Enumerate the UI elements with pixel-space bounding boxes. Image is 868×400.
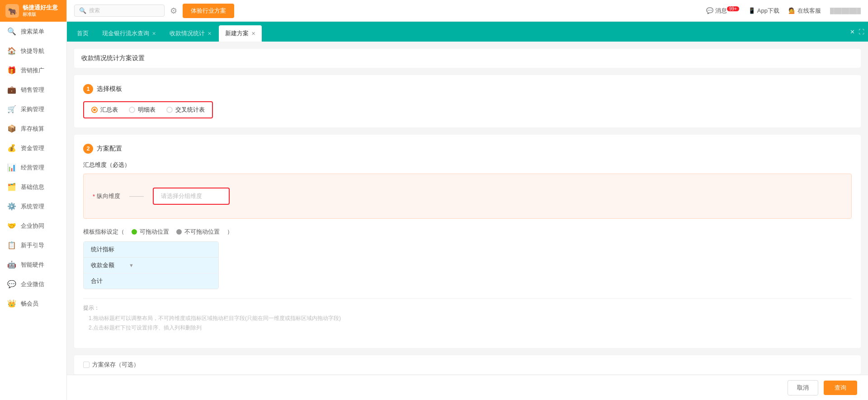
industry-btn[interactable]: 体验行业方案 xyxy=(183,4,234,18)
tab-new-plan-label: 新建方案 xyxy=(225,29,249,38)
sidebar-item-basic[interactable]: 🗂️ 基础信息 xyxy=(0,177,66,197)
cancel-button[interactable]: 取消 xyxy=(788,380,818,395)
inventory-icon: 📦 xyxy=(7,124,16,133)
radio-detail-label: 明细表 xyxy=(138,106,156,114)
sidebar-item-nav[interactable]: 🏠 快捷导航 xyxy=(0,41,66,61)
sidebar-item-inventory[interactable]: 📦 库存核算 xyxy=(0,119,66,138)
dim-row-label: * 纵向维度 xyxy=(93,192,120,200)
tab-receipts[interactable]: 收款情况统计 ✕ xyxy=(163,25,218,42)
dimension-area: * 纵向维度 —— 请选择分组维度 xyxy=(83,174,852,219)
tab-new-plan[interactable]: 新建方案 ✕ xyxy=(219,25,262,42)
metrics-amount-label: 收款金额 xyxy=(91,261,127,269)
sidebar-item-operations[interactable]: 📊 经营管理 xyxy=(0,158,66,177)
metrics-row-amount[interactable]: 收款金额 ▼ xyxy=(84,258,218,273)
step2-title: 方案配置 xyxy=(97,145,122,153)
draggable-label: 可拖动位置 xyxy=(140,228,169,236)
sidebar-item-guide[interactable]: 📋 新手引导 xyxy=(0,235,66,255)
tab-receipts-label: 收款情况统计 xyxy=(170,29,205,38)
tab-home[interactable]: 首页 xyxy=(71,25,95,42)
radio-summary[interactable]: 汇总表 xyxy=(91,106,118,114)
dim-row-text: 纵向维度 xyxy=(97,192,120,200)
metrics-row-total: 合计 xyxy=(84,273,218,289)
app-logo: 🐂 畅捷通好生意 标准版 xyxy=(0,0,66,22)
sidebar-item-sales[interactable]: 💼 销售管理 xyxy=(0,80,66,99)
radio-cross[interactable]: 交叉统计表 xyxy=(166,106,205,114)
sidebar-item-wechat[interactable]: 💬 企业微信 xyxy=(0,274,66,294)
sidebar-item-hardware[interactable]: 🤖 智能硬件 xyxy=(0,255,66,274)
tab-cashflow[interactable]: 现金银行流水查询 ✕ xyxy=(96,25,162,42)
topbar-left: 🔍 搜索 ⚙ 体验行业方案 xyxy=(74,4,699,18)
metrics-label-close: ） xyxy=(227,228,233,236)
tab-cashflow-close[interactable]: ✕ xyxy=(152,31,156,37)
sidebar-label-collab: 企业协同 xyxy=(21,222,44,230)
wechat-icon: 💬 xyxy=(7,280,16,288)
dimension-section: 汇总维度（必选） * 纵向维度 —— 请选择分组维度 xyxy=(83,161,852,219)
sidebar-label-finance: 资金管理 xyxy=(21,144,44,152)
save-checkbox[interactable] xyxy=(83,362,90,368)
service-item[interactable]: 💁 在线客服 xyxy=(788,7,821,15)
metrics-area: 统计指标 收款金额 ▼ 合计 xyxy=(83,241,219,289)
search-bar[interactable]: 🔍 搜索 xyxy=(74,5,165,17)
sidebar: 🐂 畅捷通好生意 标准版 🔍 搜索菜单 🏠 快捷导航 🎁 营销推广 💼 销售管理… xyxy=(0,0,67,400)
radio-cross-circle xyxy=(166,107,173,113)
operations-icon: 📊 xyxy=(7,163,16,172)
save-label-text: 方案保存（可选） xyxy=(92,361,139,369)
metrics-amount-dropdown[interactable]: 收款金额 ▼ xyxy=(91,261,134,269)
tab-cashflow-label: 现金银行流水查询 xyxy=(102,29,149,38)
radio-detail[interactable]: 明细表 xyxy=(129,106,156,114)
metrics-header: 统计指标 xyxy=(84,242,218,258)
topbar: 🔍 搜索 ⚙ 体验行业方案 💬 消息 99+ 📱 App下载 💁 在线客服 ██… xyxy=(67,0,868,22)
notice-badge: 99+ xyxy=(727,6,739,11)
step1-title: 选择模板 xyxy=(97,85,122,93)
collab-icon: 🤝 xyxy=(7,221,16,230)
download-label: App下载 xyxy=(757,7,779,15)
logo-icon: 🐂 xyxy=(5,4,19,18)
logo-text: 畅捷通好生意 xyxy=(23,4,58,11)
tab-home-label: 首页 xyxy=(77,29,89,38)
sidebar-label-marketing: 营销推广 xyxy=(21,66,44,75)
tab-new-plan-close[interactable]: ✕ xyxy=(251,31,255,37)
settings-icon[interactable]: ⚙ xyxy=(170,6,177,16)
step2-card: 2 方案配置 汇总维度（必选） * 纵向维度 —— 请选择分组维度 模板指标设定… xyxy=(74,135,861,348)
step2-label: 2 方案配置 xyxy=(83,144,852,154)
tab-close-all-icon[interactable]: ✕ xyxy=(850,28,855,35)
radio-detail-circle xyxy=(129,107,135,113)
metrics-settings-label: 模板指标设定（ 可拖动位置 不可拖动位置 ） xyxy=(83,228,852,236)
dim-required-label: 汇总维度（必选） xyxy=(83,161,852,169)
chevron-down-icon: ▼ xyxy=(129,263,134,268)
dim-select-box[interactable]: 请选择分组维度 xyxy=(153,188,230,205)
notice-label: 消息 xyxy=(715,7,727,15)
notice-item[interactable]: 💬 消息 99+ xyxy=(706,7,739,15)
sidebar-label-member: 畅会员 xyxy=(21,300,38,308)
tips-title: 提示： xyxy=(83,304,852,312)
sidebar-item-system[interactable]: ⚙️ 系统管理 xyxy=(0,197,66,216)
sidebar-label-hardware: 智能硬件 xyxy=(21,261,44,269)
sidebar-item-finance[interactable]: 💰 资金管理 xyxy=(0,138,66,158)
sidebar-item-member[interactable]: 👑 畅会员 xyxy=(0,294,66,313)
step1-num: 1 xyxy=(83,84,93,94)
tabbar: 首页 现金银行流水查询 ✕ 收款情况统计 ✕ 新建方案 ✕ ✕ ⛶ xyxy=(67,22,868,42)
dim-arrow: —— xyxy=(127,192,146,200)
tab-receipts-close[interactable]: ✕ xyxy=(208,31,212,37)
tips-section: 提示： 1.拖动标题栏可以调整布局，不可跨维度或指标区域拖动栏目字段(只能在同一… xyxy=(83,298,852,339)
sidebar-item-purchase[interactable]: 🛒 采购管理 xyxy=(0,99,66,119)
download-item[interactable]: 📱 App下载 xyxy=(748,7,779,15)
content-area: 收款情况统计方案设置 1 选择模板 汇总表 明细表 交叉统计表 xyxy=(67,42,868,375)
query-button[interactable]: 查询 xyxy=(824,381,857,395)
save-checkbox-label[interactable]: 方案保存（可选） xyxy=(83,361,852,369)
radio-cross-label: 交叉统计表 xyxy=(175,106,205,114)
save-card: 方案保存（可选） xyxy=(74,355,861,374)
search-placeholder: 搜索 xyxy=(89,7,100,14)
sidebar-label-system: 系统管理 xyxy=(21,202,44,211)
sidebar-item-collab[interactable]: 🤝 企业协同 xyxy=(0,216,66,235)
tab-expand-icon[interactable]: ⛶ xyxy=(859,28,864,35)
non-draggable-dot xyxy=(176,229,182,235)
sidebar-item-search[interactable]: 🔍 搜索菜单 xyxy=(0,22,66,41)
sidebar-item-marketing[interactable]: 🎁 营销推广 xyxy=(0,61,66,80)
sidebar-label-inventory: 库存核算 xyxy=(21,125,44,133)
required-star: * xyxy=(93,193,95,200)
sidebar-label-operations: 经营管理 xyxy=(21,164,44,172)
system-icon: ⚙️ xyxy=(7,202,16,211)
search-icon: 🔍 xyxy=(79,7,86,14)
non-draggable-label: 不可拖动位置 xyxy=(184,228,220,236)
